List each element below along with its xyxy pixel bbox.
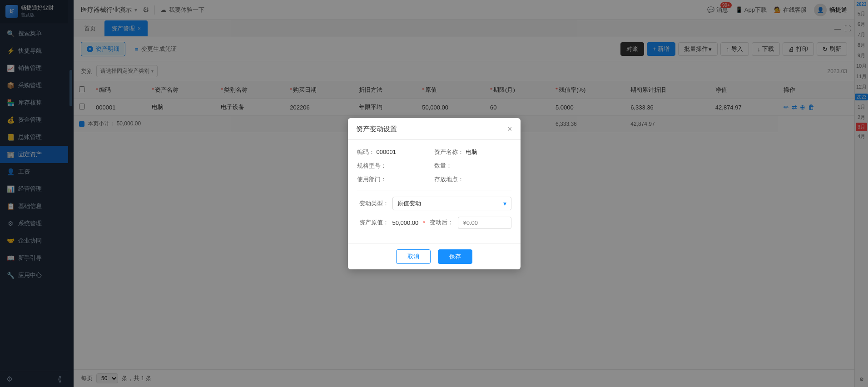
original-value-display: 50,000.00 <box>392 219 419 226</box>
dialog-code-item: 编码： 000001 <box>357 148 434 156</box>
change-type-select[interactable]: 原值变动 ▾ <box>392 197 511 210</box>
change-type-value: 原值变动 <box>397 199 421 208</box>
after-change-required: * <box>423 219 425 226</box>
dialog-change-type-value: 原值变动 ▾ <box>392 197 511 210</box>
change-type-arrow: ▾ <box>503 200 506 207</box>
dialog-body: 编码： 000001 资产名称： 电脑 规格型号： 数量： <box>348 140 521 243</box>
dialog-location-item: 存放地点： <box>434 175 511 184</box>
save-button[interactable]: 保存 <box>438 249 472 264</box>
cancel-button[interactable]: 取消 <box>396 249 431 264</box>
dialog-name-item: 资产名称： 电脑 <box>434 148 511 156</box>
dialog-header: 资产变动设置 × <box>348 118 521 140</box>
dialog-spec-label: 规格型号： <box>357 162 387 170</box>
dialog-dept-label: 使用部门： <box>357 175 387 184</box>
dialog-value-row: 资产原值： 50,000.00 * 变动后： <box>357 217 511 229</box>
dialog-change-type-row: 变动类型： 原值变动 ▾ <box>357 197 511 210</box>
asset-change-dialog: 资产变动设置 × 编码： 000001 资产名称： 电脑 规格型号： <box>348 118 521 269</box>
dialog-close-btn[interactable]: × <box>507 124 512 134</box>
dialog-footer: 取消 保存 <box>348 243 521 269</box>
dialog-change-type-label: 变动类型： <box>357 199 389 208</box>
dialog-value-fields: 50,000.00 * 变动后： <box>392 217 511 229</box>
dialog-overlay[interactable]: 资产变动设置 × 编码： 000001 资产名称： 电脑 规格型号： <box>0 0 868 387</box>
dialog-original-value-label: 资产原值： <box>357 218 389 227</box>
dialog-quantity-item: 数量： <box>434 162 511 170</box>
dialog-quantity-label: 数量： <box>434 162 452 170</box>
dialog-title: 资产变动设置 <box>356 125 397 134</box>
dialog-name-value: 电脑 <box>466 148 477 156</box>
after-change-label: 变动后： <box>430 218 453 227</box>
dialog-dept-item: 使用部门： <box>357 175 434 184</box>
dialog-code-label: 编码： <box>357 148 375 156</box>
dialog-info-row-3: 使用部门： 存放地点： <box>357 175 511 184</box>
dialog-info-row-1: 编码： 000001 资产名称： 电脑 <box>357 148 511 156</box>
dialog-name-label: 资产名称： <box>434 148 464 156</box>
dialog-spec-item: 规格型号： <box>357 162 434 170</box>
dialog-code-value: 000001 <box>377 149 396 155</box>
dialog-divider <box>357 190 511 190</box>
dialog-location-label: 存放地点： <box>434 175 464 184</box>
dialog-info-row-2: 规格型号： 数量： <box>357 162 511 170</box>
after-change-input[interactable] <box>458 217 511 229</box>
